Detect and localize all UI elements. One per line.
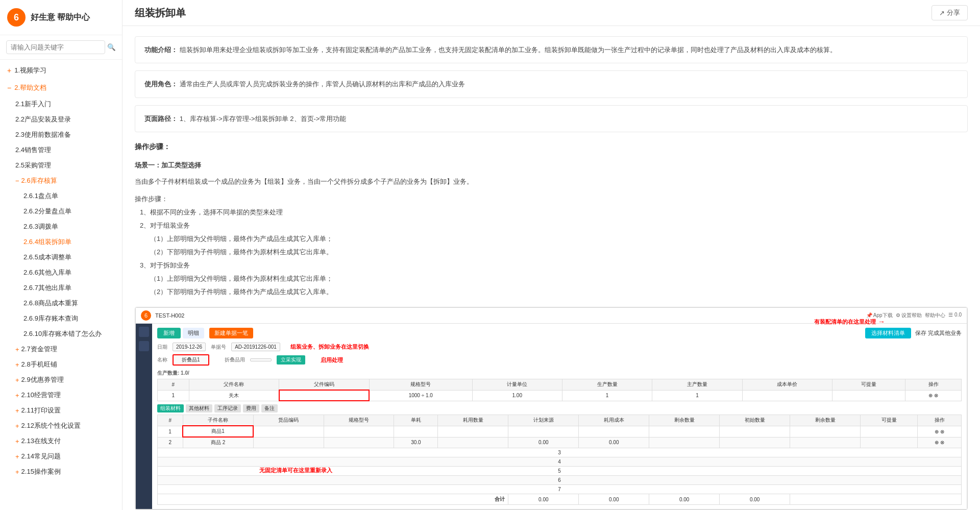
sidebar-item-27[interactable]: + 2.7资金管理 <box>0 342 122 357</box>
sidebar-item-211-label: 2.11打印设置 <box>21 406 61 415</box>
table-row: 3 <box>158 448 962 457</box>
path-block: 页面路径： 1、库存核算->库存管理->组装拆卸单 2、首页->常用功能 <box>135 105 968 132</box>
plus-icon-210: + <box>15 392 19 399</box>
scenario1-title: 场景一：加工类型选择 <box>135 159 968 172</box>
screenshot-table1-label: 生产数量: 1.0/ <box>157 370 962 377</box>
sidebar-item-211[interactable]: + 2.11打印设置 <box>0 403 122 418</box>
share-label: 分享 <box>947 8 960 17</box>
plus-icon-213: + <box>15 438 19 445</box>
search-button[interactable]: 🔍 <box>107 43 116 51</box>
screenshot-tab-new: 新增 <box>157 328 181 338</box>
sidebar-item-28[interactable]: + 2.8手机旺铺 <box>0 357 122 372</box>
screenshot-table2-tabs: 组装材料 其他材料 工序记录 费用 备注 <box>157 404 962 412</box>
search-input[interactable] <box>6 40 105 54</box>
path-text: 1、库存核算->库存管理->组装拆卸单 2、首页->常用功能 <box>180 115 347 123</box>
plus-icon-211: + <box>15 407 19 415</box>
sidebar-item-21[interactable]: 2.1新手入门 <box>0 96 122 112</box>
sidebar-item-266[interactable]: 2.6.6其他入库单 <box>0 265 122 280</box>
steps-content: 操作步骤： 场景一：加工类型选择 当由多个子件材料组装成一个成品的业务为【组装】… <box>135 139 968 299</box>
sidebar-item-263-label: 2.6.3调拨单 <box>23 222 58 231</box>
screenshot-annotation4: 无固定清单可在这里重新录入 <box>259 467 332 474</box>
table-row: 4 <box>158 457 962 467</box>
role-text: 通常由生产人员或库管人员完成拆装业务的操作，库管人员确认原材料的出库和产成品的入… <box>180 80 465 88</box>
sidebar-item-213-label: 2.13在线支付 <box>21 436 61 446</box>
sidebar-item-265[interactable]: 2.6.5成本调整单 <box>0 250 122 265</box>
sidebar-item-212-label: 2.12系统个性化设置 <box>21 421 81 430</box>
table-row: 7 <box>158 485 962 494</box>
sidebar-item-29[interactable]: + 2.9优惠券管理 <box>0 372 122 387</box>
share-button[interactable]: ↗ 分享 <box>932 5 968 20</box>
step2-sub1: （1）上部明细为父件明细，最终作为产成品生成其它入库单； <box>150 232 968 246</box>
screenshot-docid: AD-20191226-001 <box>231 343 280 351</box>
sidebar-item-265-label: 2.6.5成本调整单 <box>23 253 71 262</box>
sidebar-item-267-label: 2.6.7其他出库单 <box>23 283 71 293</box>
screenshot-name: 折叠品1 <box>173 354 209 366</box>
screenshot-tabs: 新增 明细 新建单据一笔 有装配清单的在这里处理 → 选择材料 <box>157 328 962 338</box>
sidebar-item-25-label: 2.5采购管理 <box>15 161 51 170</box>
scenario1-desc: 当由多个子件材料组装成一个成品的业务为【组装】业务，当由一个父件拆分成多个子产品… <box>135 175 968 188</box>
screenshot-logo: 6 <box>141 310 151 321</box>
screenshot-sidebar-icon <box>139 327 149 337</box>
sidebar-item-267[interactable]: 2.6.7其他出库单 <box>0 280 122 296</box>
screenshot-annotation3: 启用处理 <box>321 356 343 364</box>
sidebar-item-docs[interactable]: − 2.帮助文档 <box>0 79 122 96</box>
sidebar-item-22[interactable]: 2.2产品安装及登录 <box>0 112 122 127</box>
sidebar-item-2610-label: 2.6.10库存账本错了怎么办 <box>23 329 102 338</box>
sidebar-item-23[interactable]: 2.3使用前数据准备 <box>0 127 122 142</box>
sidebar-item-docs-label: 2.帮助文档 <box>14 83 46 92</box>
screenshot-container: 6 TEST-H002 📌 App下载 ⚙ 设置帮助 帮助中心 ☰ 0.0 <box>135 307 968 510</box>
sidebar-item-268-label: 2.6.8商品成本重算 <box>23 299 78 308</box>
screenshot-sidebar-icon2 <box>139 341 149 351</box>
logo-area: 6 好生意 帮助中心 <box>0 0 122 35</box>
path-label: 页面路径： <box>144 115 178 123</box>
sidebar-item-29-label: 2.9优惠券管理 <box>21 375 64 384</box>
screenshot-tab-detail: 明细 <box>183 328 204 338</box>
screenshot-body: 新增 明细 新建单据一笔 有装配清单的在这里处理 → 选择材料 <box>136 324 967 509</box>
plus-icon-212: + <box>15 422 19 430</box>
sidebar-item-269[interactable]: 2.6.9库存账本查询 <box>0 311 122 326</box>
intro-label: 功能介绍： <box>144 46 178 54</box>
ops-steps-label: 操作步骤： <box>135 192 968 206</box>
sidebar-item-video[interactable]: + 1.视频学习 <box>0 62 122 79</box>
sidebar: 6 好生意 帮助中心 🔍 + 1.视频学习 − 2.帮助文档 2.1新手入门 2… <box>0 0 122 510</box>
sidebar-item-210-label: 2.10经营管理 <box>21 391 61 400</box>
plus-icon-214: + <box>15 453 19 460</box>
sidebar-item-212[interactable]: + 2.12系统个性化设置 <box>0 418 122 433</box>
sidebar-item-264-label: 2.6.4组装拆卸单 <box>23 237 71 247</box>
sidebar-item-261[interactable]: 2.6.1盘点单 <box>0 188 122 204</box>
nav-menu: + 1.视频学习 − 2.帮助文档 2.1新手入门 2.2产品安装及登录 2.3… <box>0 60 122 481</box>
step3: 3、对于拆卸业务 <box>140 259 968 272</box>
sidebar-item-210[interactable]: + 2.10经营管理 <box>0 387 122 403</box>
intro-block: 功能介绍： 组装拆卸单用来处理企业组装或拆卸等加工业务，支持有固定装配清单的产品… <box>135 36 968 63</box>
step3-sub1: （1）上部明细为父件明细，最终作为原材料生成其它出库单； <box>150 272 968 285</box>
sidebar-item-22-label: 2.2产品安装及登录 <box>15 115 71 124</box>
screenshot-inner: 6 TEST-H002 📌 App下载 ⚙ 设置帮助 帮助中心 ☰ 0.0 <box>135 307 967 509</box>
sidebar-item-26[interactable]: − 2.6库存核算 <box>0 173 122 188</box>
sidebar-item-215[interactable]: + 2.15操作案例 <box>0 464 122 479</box>
sidebar-item-24[interactable]: 2.4销售管理 <box>0 142 122 158</box>
step2: 2、对于组装业务 <box>140 219 968 232</box>
screenshot-orange-btn: 新建单据一笔 <box>209 328 253 338</box>
sidebar-item-23-label: 2.3使用前数据准备 <box>15 130 71 139</box>
table-row: 6 <box>158 476 962 485</box>
sidebar-item-269-label: 2.6.9库存账本查询 <box>23 314 78 323</box>
sidebar-item-263[interactable]: 2.6.3调拨单 <box>0 219 122 234</box>
table-row: 2 商品 2 30.0 0.00 0.00 <box>158 437 962 448</box>
sidebar-item-215-label: 2.15操作案例 <box>21 467 61 476</box>
sidebar-item-2610[interactable]: 2.6.10库存账本错了怎么办 <box>0 326 122 342</box>
sidebar-item-213[interactable]: + 2.13在线支付 <box>0 433 122 449</box>
topbar: 组装拆卸单 ↗ 分享 <box>122 0 980 26</box>
step1: 1、根据不同的业务，选择不同单据的类型来处理 <box>140 206 968 219</box>
sidebar-item-262[interactable]: 2.6.2分量盘点单 <box>0 204 122 219</box>
sidebar-item-28-label: 2.8手机旺铺 <box>21 360 57 369</box>
screenshot-fields: 日期 2019-12-26 单据号 AD-20191226-001 组装业务、拆… <box>157 343 962 351</box>
sidebar-item-264[interactable]: 2.6.4组装拆卸单 <box>0 234 122 250</box>
table-row: 1 关木 1000 ÷ 1.0 1.00 1 1 <box>158 390 962 401</box>
sidebar-item-268[interactable]: 2.6.8商品成本重算 <box>0 296 122 311</box>
plus-icon-28: + <box>15 361 19 369</box>
share-icon: ↗ <box>939 9 945 17</box>
plus-icon: + <box>7 66 11 75</box>
ops-label: 操作步骤： <box>135 139 968 154</box>
sidebar-item-25[interactable]: 2.5采购管理 <box>0 158 122 173</box>
sidebar-item-214[interactable]: + 2.14常见问题 <box>0 449 122 464</box>
